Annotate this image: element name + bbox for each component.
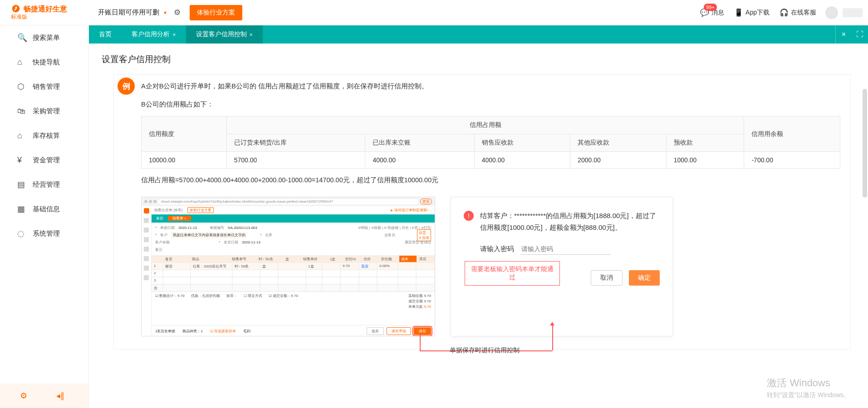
formula-text: 信用占用额=5700.00+4000.00+4000.00+2000.00-10… [141, 174, 840, 187]
example-intro: A企对B公司进行开单时，如果B公司的 信用占用额超过了信用额度，则在保存时进行信… [141, 80, 840, 93]
mini-logo-icon [144, 208, 149, 214]
headset-icon: 🎧 [780, 8, 789, 17]
mini-title: 销售出货单 [未审] [154, 208, 183, 213]
credit-warning-modal: ! 结算客户：************的信用占用额为[1888.00元]，超过了… [451, 197, 673, 336]
mini-save-highlight: 保存 [414, 327, 431, 335]
password-input[interactable] [520, 243, 611, 255]
sidebar-item-sales[interactable]: ⬡销售管理 [0, 74, 88, 99]
close-icon[interactable]: × [172, 31, 176, 38]
th-sub: 已出库未立账 [365, 134, 474, 152]
th-credit-limit: 信用额度 [142, 117, 227, 152]
sidebar-item-label: 采购管理 [33, 107, 60, 116]
arrow-head-icon [550, 322, 554, 325]
sidebar-item-label: 快捷导航 [33, 58, 60, 67]
table-row: 10000.00 5700.00 4000.00 4000.00 2000.00… [142, 152, 840, 169]
sidebar-item-label: 搜索菜单 [33, 34, 60, 42]
sidebar-item-label: 资金管理 [33, 156, 60, 165]
tab-fullscreen[interactable]: ⛶ [852, 25, 868, 44]
settings-icon: ◌ [17, 228, 26, 238]
sidebar-item-label: 系统管理 [33, 229, 60, 238]
example-subtitle: B公司的信用额占如下： [141, 98, 840, 111]
sidebar-item-label: 经营管理 [33, 180, 60, 189]
tab-home[interactable]: 首页 [89, 25, 122, 44]
collapse-icon[interactable]: ◂∥ [56, 391, 64, 401]
sidebar-item-system[interactable]: ◌系统管理 [0, 221, 88, 246]
phone-icon: 📱 [734, 8, 743, 17]
gear-icon[interactable]: ⚙ [20, 391, 27, 401]
windows-activation-watermark: 激活 Windows 转到"设置"以激活 Windows。 [767, 375, 850, 400]
th-credit-balance: 信用用余额 [744, 117, 840, 152]
cell: 2000.00 [570, 152, 667, 169]
page-title: 设置客户信用控制 [102, 53, 855, 65]
customer-service-link[interactable]: 🎧 在线客服 [780, 8, 816, 17]
tab-label: 设置客户信用控制 [196, 30, 247, 39]
sidebar-item-search[interactable]: 🔍搜索菜单 [0, 25, 88, 50]
mini-tab-sales: 销售单 × [168, 216, 191, 221]
cell: 5700.00 [226, 152, 365, 169]
annotation-line [420, 334, 421, 350]
th-sub: 销售应收款 [474, 134, 570, 152]
tab-close-all[interactable]: × [835, 25, 852, 44]
annotation-caption: 单据保存时进行信用控制 [450, 346, 520, 355]
th-sub: 已订货未销货/出库 [226, 134, 365, 152]
cell: 4000.00 [365, 152, 474, 169]
watermark-title: 激活 Windows [767, 375, 850, 390]
chevron-down-icon: ▾ [164, 10, 167, 16]
sidebar-item-label: 库存核算 [33, 131, 60, 140]
mini-screenshot: cloud.chanjet.com/hsy/t1pbrtm7dz/ftrp1ak… [141, 197, 435, 336]
boss-password-note: 需要老板输入密码本单才能通过 [465, 261, 560, 286]
sidebar-item-basicinfo[interactable]: ▦基础信息 [0, 197, 88, 221]
mini-url: cloud.chanjet.com/hsy/t1pbrtm7dz/ftrp1ak… [158, 199, 418, 204]
message-link[interactable]: 💬 99+ 消息 [700, 8, 724, 17]
logo: 畅捷通好生意 标准版 [0, 4, 89, 21]
tabs-bar: 首页 客户信用分析× 设置客户信用控制× × ⛶ [89, 25, 868, 44]
tab-label: 客户信用分析 [132, 30, 170, 39]
sidebar-item-label: 销售管理 [33, 83, 60, 91]
report-icon: ▤ [17, 180, 26, 189]
th-credit-occupy: 信用占用额 [226, 117, 744, 134]
app-download-link[interactable]: 📱 App下载 [734, 8, 770, 17]
sidebar: 🔍搜索菜单 ⌂快捷导航 ⬡销售管理 🛍采购管理 ⌂库存核算 ¥资金管理 ▤经营管… [0, 25, 89, 408]
warehouse-icon: ⌂ [17, 131, 26, 141]
scrollbar[interactable] [863, 89, 867, 198]
sidebar-footer: ⚙ ◂∥ [0, 384, 88, 408]
customer-service-label: 在线客服 [791, 9, 816, 17]
tab-credit-analysis[interactable]: 客户信用分析× [122, 25, 186, 44]
cancel-button[interactable]: 取消 [591, 270, 623, 286]
money-icon: ¥ [17, 155, 26, 165]
sidebar-item-operation[interactable]: ▤经营管理 [0, 172, 88, 197]
bag-icon: 🛍 [17, 107, 26, 116]
account-book-label: 开账日期可停用可删 [98, 8, 159, 17]
account-book-dropdown[interactable]: 开账日期可停用可删 ▾ [98, 8, 167, 17]
topbar: 畅捷通好生意 标准版 开账日期可停用可删 ▾ ⚙ 体验行业方案 💬 99+ 消息… [0, 0, 868, 25]
help-card: 例 A企对B公司进行开单时，如果B公司的 信用占用额超过了信用额度，则在保存时进… [113, 74, 851, 350]
gear-icon[interactable]: ⚙ [174, 8, 181, 17]
tag-icon: ⬡ [17, 82, 26, 92]
brand-subtext: 标准版 [11, 13, 27, 21]
ok-button[interactable]: 确定 [629, 270, 660, 286]
close-icon[interactable]: × [250, 31, 253, 38]
home-icon: ⌂ [17, 58, 26, 67]
example-badge: 例 [118, 78, 135, 95]
industry-plan-button[interactable]: 体验行业方案 [190, 5, 242, 20]
sidebar-item-label: 基础信息 [33, 205, 60, 214]
avatar[interactable] [825, 6, 838, 19]
tab-label: 首页 [99, 30, 112, 39]
sidebar-item-funds[interactable]: ¥资金管理 [0, 148, 88, 172]
cell: 10000.00 [142, 152, 227, 169]
th-sub: 预收款 [666, 134, 744, 152]
sidebar-item-purchase[interactable]: 🛍采购管理 [0, 99, 88, 123]
sidebar-item-inventory[interactable]: ⌂库存核算 [0, 123, 88, 148]
cell-negative: -700.00 [744, 152, 840, 169]
cell: 4000.00 [474, 152, 570, 169]
password-label: 请输入密码 [480, 245, 514, 253]
cell: 1000.00 [666, 152, 744, 169]
warning-icon: ! [464, 211, 474, 221]
message-badge: 99+ [704, 4, 717, 11]
tab-credit-control-settings[interactable]: 设置客户信用控制× [186, 25, 263, 44]
annotation-line [552, 325, 553, 350]
brand-text: 畅捷通好生意 [24, 5, 67, 14]
sidebar-item-quicknav[interactable]: ⌂快捷导航 [0, 50, 88, 74]
credit-table: 信用额度 信用占用额 信用用余额 已订货未销货/出库 已出库未立账 销售应收款 … [141, 116, 840, 169]
brand-icon [11, 4, 21, 14]
